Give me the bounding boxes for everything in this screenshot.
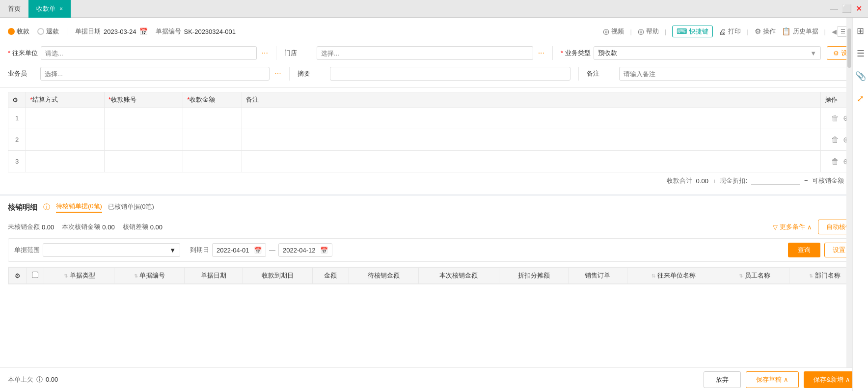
row2-payment[interactable]: [26, 129, 105, 151]
discount-input[interactable]: [751, 177, 800, 185]
writeoff-done-tab[interactable]: 已核销单据(0笔): [108, 202, 154, 212]
secondary-table: ⚙ ⇅ 单据类型 ⇅ 单据编号: [8, 267, 860, 284]
store-field: 门店 ···: [284, 46, 544, 60]
radio-refund-circle: [37, 28, 44, 35]
form-top: 收款 退款 单据日期 2023-03-24 📅 单据编号 SK-20230324…: [0, 18, 868, 88]
summary-total-label: 收款合计: [667, 176, 692, 185]
save-new-btn[interactable]: 保存&新增 ∧: [804, 371, 860, 388]
radio-refund[interactable]: 退款: [37, 27, 59, 36]
abandon-btn[interactable]: 放弃: [704, 371, 741, 388]
summary-row: 收款合计 0.00 + 现金折扣: = 可核销金额 0.00: [0, 172, 868, 190]
business-type-value: 预收款: [598, 49, 617, 57]
date-to-calendar-icon[interactable]: 📅: [320, 247, 328, 254]
table-row: 3 🗑 ⊕: [8, 151, 860, 172]
tab-home[interactable]: 首页: [0, 0, 28, 18]
help-icon: ◎: [638, 27, 644, 36]
draft-btn[interactable]: 保存草稿 ∧: [746, 371, 799, 388]
due-date-label: 到期日: [190, 246, 209, 254]
window-restore-btn[interactable]: ⬜: [842, 4, 852, 13]
table-th-settings[interactable]: ⚙: [8, 92, 26, 108]
writeoff-info-icon[interactable]: ⓘ: [43, 203, 50, 212]
query-btn[interactable]: 查询: [788, 243, 820, 257]
scroll-track[interactable]: [846, 18, 852, 391]
right-sidebar: ⊞ ☰ 📎 ⤢: [852, 18, 868, 391]
help-btn[interactable]: ◎ 帮助: [638, 27, 659, 36]
row3-payment[interactable]: [26, 151, 105, 172]
row3-delete-btn[interactable]: 🗑: [831, 157, 839, 166]
row2-delete-btn[interactable]: 🗑: [831, 135, 839, 144]
print-btn[interactable]: 🖨 打印: [719, 27, 741, 36]
row3-account[interactable]: [105, 151, 183, 172]
toolbar-div1: |: [630, 28, 631, 35]
bottom-right: 放弃 保存草稿 ∧ 保存&新增 ∧: [704, 371, 860, 388]
date-calendar-icon[interactable]: 📅: [139, 28, 148, 35]
summary-verify-label: 可核销金额: [812, 176, 844, 185]
summary-discount-label: 现金折扣:: [720, 176, 747, 185]
row1-account[interactable]: [105, 108, 183, 129]
staff-more-icon[interactable]: ···: [274, 69, 281, 78]
date-from-calendar-icon[interactable]: 📅: [254, 247, 262, 254]
row3-amount[interactable]: [183, 151, 242, 172]
operation-btn[interactable]: ⚙ 操作: [755, 27, 776, 36]
range-select-arrow: ▼: [169, 247, 176, 254]
counterpart-more-icon[interactable]: ···: [262, 49, 268, 57]
window-close-btn[interactable]: ✕: [856, 4, 862, 13]
remarks-input[interactable]: [619, 67, 860, 81]
bottom-spacer: [0, 284, 868, 314]
sidebar-list-icon[interactable]: ☰: [855, 46, 867, 61]
row2-account[interactable]: [105, 129, 183, 151]
row1-payment[interactable]: [26, 108, 105, 129]
row1-remarks[interactable]: [242, 108, 821, 129]
writeoff-header: 核销明细 ⓘ 待核销单据(0笔) 已核销单据(0笔): [8, 202, 860, 213]
radio-receipt[interactable]: 收款: [8, 27, 29, 36]
row1-delete-btn[interactable]: 🗑: [831, 113, 839, 123]
sec-th-settings[interactable]: ⚙: [9, 268, 27, 284]
row1-amount[interactable]: [183, 108, 242, 129]
tab-receipt[interactable]: 收款单 ×: [28, 0, 71, 18]
bill-no-label: 单据编号: [156, 27, 181, 36]
video-btn[interactable]: ◎ 视频: [603, 27, 624, 36]
select-all-checkbox[interactable]: [32, 272, 38, 278]
business-type-select[interactable]: 预收款 ▼: [594, 46, 821, 60]
window-minimize-btn[interactable]: —: [830, 4, 838, 13]
bottom-bar: 本单上欠 ⓘ 0.00 放弃 保存草稿 ∧ 保存&新增 ∧: [0, 367, 868, 391]
more-conditions-btn[interactable]: ▽ 更多条件 ∧: [773, 223, 812, 231]
scroll-thumb[interactable]: [847, 28, 851, 68]
summary-input[interactable]: [330, 67, 571, 81]
remarks-field: 备注: [587, 67, 860, 81]
shortcut-btn[interactable]: ⌨ 快捷键: [672, 26, 713, 37]
row1-divider: [67, 28, 67, 35]
row-num-3: 3: [8, 151, 26, 172]
row3-remarks[interactable]: [242, 151, 821, 172]
secondary-table-wrap: ⚙ ⇅ 单据类型 ⇅ 单据编号: [8, 267, 860, 284]
date-from-input[interactable]: 2022-04-01 📅: [212, 243, 266, 257]
tab-receipt-close[interactable]: ×: [59, 5, 63, 12]
history-btn[interactable]: 📋 历史单据: [782, 27, 818, 36]
sidebar-expand-icon[interactable]: ⤢: [855, 91, 866, 106]
nav-prev-icon[interactable]: ◀: [832, 28, 837, 35]
history-label: 历史单据: [793, 27, 818, 36]
sec-th-checkbox[interactable]: [27, 268, 44, 284]
date-to-input[interactable]: 2022-04-12 📅: [278, 243, 332, 257]
store-more-icon[interactable]: ···: [538, 49, 544, 57]
sidebar-attachment-icon[interactable]: 📎: [853, 69, 868, 84]
draft-arrow-icon: ∧: [784, 376, 788, 383]
store-input[interactable]: [317, 46, 533, 60]
range-select[interactable]: ▼: [43, 243, 180, 257]
table-th-remarks: 备注: [242, 92, 821, 108]
diff-label: 核销差额: [123, 223, 148, 231]
filter-settings-label: 设置: [833, 246, 845, 253]
diff-stat: 核销差额 0.00: [123, 223, 163, 231]
row2-remarks[interactable]: [242, 129, 821, 151]
radio-receipt-circle: [8, 28, 15, 35]
bottom-info-icon[interactable]: ⓘ: [36, 375, 43, 384]
row2-amount[interactable]: [183, 129, 242, 151]
writeoff-pending-tab[interactable]: 待核销单据(0笔): [56, 202, 102, 213]
summary-label: 摘要: [298, 69, 327, 78]
form-divider-3: [289, 67, 290, 81]
counterpart-input[interactable]: [41, 46, 257, 60]
table-row: 1 🗑 ⊕: [8, 108, 860, 129]
sidebar-table-icon[interactable]: ⊞: [855, 24, 866, 38]
video-label: 视频: [611, 27, 624, 36]
staff-input[interactable]: [40, 67, 270, 81]
